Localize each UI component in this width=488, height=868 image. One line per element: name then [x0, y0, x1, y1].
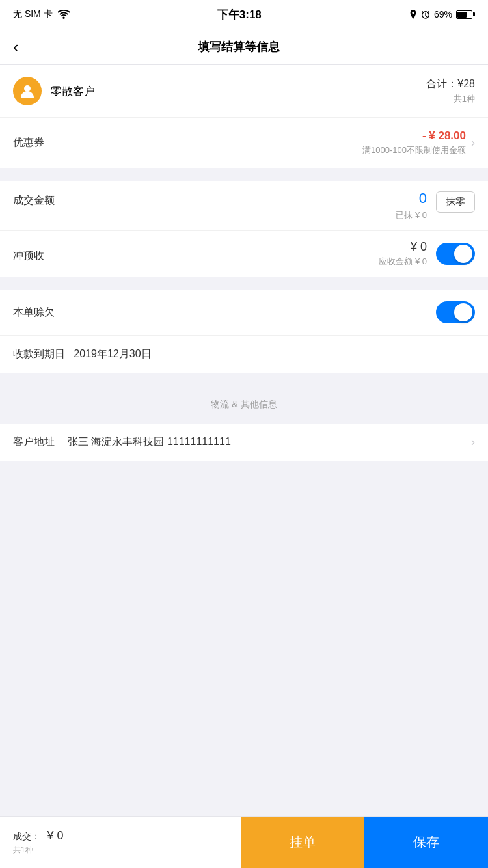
transaction-label: 成交金额 — [13, 190, 55, 208]
address-key: 客户地址 — [13, 435, 55, 449]
coupon-info: - ¥ 28.00 满1000-100不限制使用金额 — [362, 129, 466, 156]
wifi-icon — [58, 10, 70, 19]
svg-point-1 — [24, 85, 31, 92]
status-right: 69% — [409, 9, 475, 20]
coupon-label: 优惠券 — [13, 136, 44, 150]
section-divider-1 — [0, 174, 488, 181]
avatar — [13, 77, 42, 105]
prepay-sub: 应收金额 ¥ 0 — [379, 256, 427, 267]
logistics-label: 物流 & 其他信息 — [211, 399, 277, 411]
address-section: 客户地址 张三 海淀永丰科技园 11111111111 › — [0, 424, 488, 461]
credit-toggle[interactable] — [436, 301, 475, 323]
transaction-value-block: 0 已抹 ¥ 0 — [396, 190, 427, 221]
prepay-value-block: ¥ 0 应收金额 ¥ 0 — [379, 240, 427, 267]
back-button[interactable]: ‹ — [13, 38, 19, 55]
address-left: 客户地址 张三 海淀永丰科技园 11111111111 — [13, 435, 231, 449]
credit-section: 本单赊欠 收款到期日 2019年12月30日 — [0, 290, 488, 373]
chevron-right-icon: › — [471, 136, 475, 150]
nav-bar: ‹ 填写结算等信息 — [0, 29, 488, 65]
page-title: 填写结算等信息 — [29, 39, 449, 55]
total-count: 共1种 — [426, 93, 475, 105]
transaction-sub: 已抹 ¥ 0 — [396, 210, 427, 221]
prepay-row: 冲预收 ¥ 0 应收金额 ¥ 0 — [0, 231, 488, 277]
footer-info: 成交： ¥ 0 共1种 — [0, 829, 241, 856]
address-row[interactable]: 客户地址 张三 海淀永丰科技园 11111111111 › — [0, 424, 488, 461]
footer-deal-row: 成交： ¥ 0 — [13, 829, 228, 843]
toggle-knob — [454, 245, 472, 263]
location-icon — [409, 10, 417, 19]
customer-name: 零散客户 — [51, 84, 95, 99]
round-button[interactable]: 抹零 — [436, 191, 475, 213]
carrier-text: 无 SIM 卡 — [13, 8, 53, 20]
divider-line-right — [285, 405, 475, 405]
address-value: 张三 海淀永丰科技园 11111111111 — [68, 435, 231, 449]
duedate-value[interactable]: 2019年12月30日 — [74, 348, 151, 359]
duedate-row: 收款到期日 2019年12月30日 — [0, 335, 488, 373]
section-divider-3 — [0, 379, 488, 386]
transaction-right: 0 已抹 ¥ 0 抹零 — [396, 190, 475, 221]
prepay-toggle[interactable] — [436, 243, 475, 265]
customer-left: 零散客户 — [13, 77, 95, 105]
divider-line-left — [13, 405, 203, 405]
coupon-discount: - ¥ 28.00 — [362, 129, 466, 142]
coupon-description: 满1000-100不限制使用金额 — [362, 144, 466, 156]
total-amount: 合计：¥28 — [426, 77, 475, 91]
logistics-divider: 物流 & 其他信息 — [13, 399, 475, 411]
duedate-content: 收款到期日 2019年12月30日 — [13, 348, 152, 359]
transaction-row: 成交金额 0 已抹 ¥ 0 抹零 — [0, 181, 488, 231]
status-left: 无 SIM 卡 — [13, 8, 70, 20]
status-time: 下午3:18 — [217, 7, 262, 22]
footer-deal-amount: ¥ 0 — [47, 829, 63, 842]
bottom-spacer — [0, 467, 488, 597]
transaction-amount[interactable]: 0 — [396, 190, 427, 207]
customer-row: 零散客户 合计：¥28 共1种 — [0, 65, 488, 117]
credit-toggle-knob — [454, 303, 472, 321]
customer-section: 零散客户 合计：¥28 共1种 优惠券 - ¥ 28.00 满1000-100不… — [0, 65, 488, 168]
logistics-section: 物流 & 其他信息 — [0, 386, 488, 424]
credit-row: 本单赊欠 — [0, 290, 488, 335]
status-bar: 无 SIM 卡 下午3:18 69% — [0, 0, 488, 29]
duedate-label: 收款到期日 — [13, 348, 65, 359]
battery-text: 69% — [434, 9, 452, 20]
section-divider-2 — [0, 283, 488, 290]
person-icon — [18, 82, 36, 100]
credit-label: 本单赊欠 — [13, 306, 55, 319]
customer-right: 合计：¥28 共1种 — [426, 77, 475, 105]
save-button[interactable]: 保存 — [364, 817, 488, 869]
transaction-section: 成交金额 0 已抹 ¥ 0 抹零 冲预收 ¥ 0 应收金额 ¥ 0 — [0, 181, 488, 277]
coupon-right: - ¥ 28.00 满1000-100不限制使用金额 › — [362, 129, 475, 156]
hold-button[interactable]: 挂单 — [241, 817, 364, 869]
footer-deal-label: 成交： — [13, 831, 40, 841]
battery-icon — [456, 10, 475, 19]
prepay-right: ¥ 0 应收金额 ¥ 0 — [379, 240, 475, 267]
alarm-icon — [421, 10, 430, 19]
footer: 成交： ¥ 0 共1种 挂单 保存 — [0, 816, 488, 868]
prepay-label: 冲预收 — [13, 245, 44, 263]
prepay-amount: ¥ 0 — [379, 240, 427, 254]
footer-count: 共1种 — [13, 845, 228, 856]
coupon-row[interactable]: 优惠券 - ¥ 28.00 满1000-100不限制使用金额 › — [0, 117, 488, 168]
address-chevron-icon: › — [471, 435, 475, 449]
